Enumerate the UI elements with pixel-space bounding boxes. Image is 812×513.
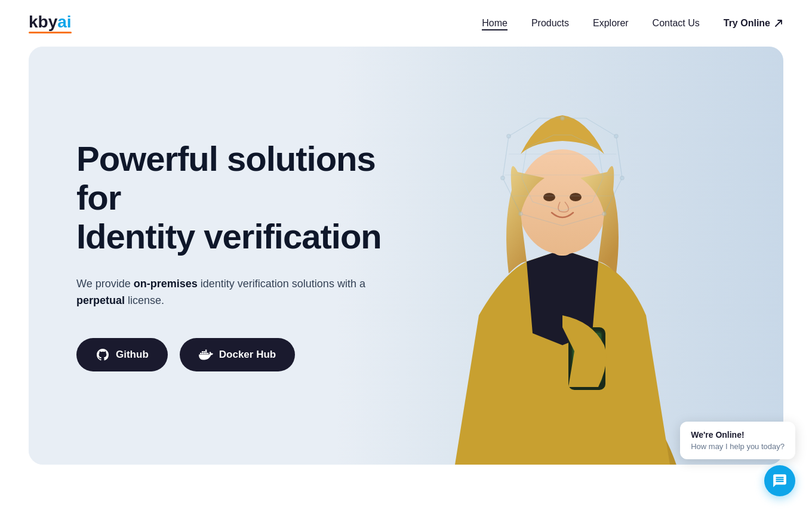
svg-point-6 xyxy=(570,193,582,201)
svg-point-4 xyxy=(518,149,607,254)
svg-point-20 xyxy=(519,212,522,216)
logo[interactable]: kbyai xyxy=(29,14,72,33)
logo-ai: ai xyxy=(57,13,71,31)
nav-item-explorer[interactable]: Explorer xyxy=(593,18,629,29)
chat-subtitle: How may I help you today? xyxy=(691,442,785,451)
svg-point-18 xyxy=(620,176,624,180)
nav-item-home[interactable]: Home xyxy=(482,18,508,29)
nav-link-try-online[interactable]: Try Online xyxy=(724,18,783,29)
chat-icon xyxy=(772,473,788,489)
svg-point-19 xyxy=(602,212,606,216)
hero-description: We provide on-premises identity verifica… xyxy=(76,275,387,310)
chat-status: We're Online! xyxy=(691,430,785,440)
github-button[interactable]: Github xyxy=(76,338,168,371)
nav-item-try-online[interactable]: Try Online xyxy=(724,18,783,29)
navbar: kbyai Home Products Explorer Contact Us … xyxy=(0,0,812,47)
chat-button[interactable] xyxy=(764,465,795,496)
hero-content: Powerful solutions for Identity verifica… xyxy=(29,92,435,419)
nav-links: Home Products Explorer Contact Us Try On… xyxy=(482,18,783,29)
logo-underline xyxy=(29,32,72,33)
docker-icon xyxy=(199,348,213,362)
svg-point-15 xyxy=(561,116,564,120)
docker-button[interactable]: Docker Hub xyxy=(180,338,295,371)
nav-link-contact[interactable]: Contact Us xyxy=(653,18,700,28)
nav-item-contact[interactable]: Contact Us xyxy=(653,18,700,29)
svg-point-16 xyxy=(507,134,510,138)
hero-buttons: Github Docker Hub xyxy=(76,338,387,371)
chat-widget: We're Online! How may I help you today? xyxy=(680,422,795,496)
nav-item-products[interactable]: Products xyxy=(531,18,569,29)
github-icon xyxy=(96,348,110,362)
svg-point-5 xyxy=(543,193,555,201)
hero-title: Powerful solutions for Identity verifica… xyxy=(76,140,387,256)
chat-bubble: We're Online! How may I help you today? xyxy=(680,422,795,459)
nav-link-explorer[interactable]: Explorer xyxy=(593,18,629,28)
logo-kby: kby xyxy=(29,13,57,31)
external-link-icon xyxy=(774,19,783,28)
hero-section: Powerful solutions for Identity verifica… xyxy=(29,47,783,465)
svg-point-17 xyxy=(614,134,618,138)
nav-link-home[interactable]: Home xyxy=(482,18,508,30)
svg-point-21 xyxy=(501,176,505,180)
nav-link-products[interactable]: Products xyxy=(531,18,569,28)
